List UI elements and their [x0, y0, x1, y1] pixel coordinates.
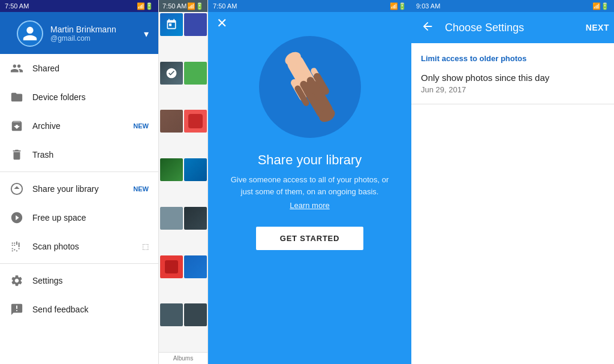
back-arrow-icon	[421, 20, 434, 33]
share-title: Share your library	[258, 152, 362, 168]
settings-option-date-value: Jun 29, 2017	[421, 85, 604, 94]
photo-cell[interactable]	[160, 110, 183, 133]
dropdown-arrow-icon[interactable]: ▾	[144, 28, 149, 40]
photo-cell[interactable]	[160, 255, 183, 278]
photo-cell[interactable]	[184, 13, 207, 36]
get-started-button[interactable]: GET STARTED	[256, 227, 364, 250]
back-button[interactable]	[416, 15, 439, 41]
sidebar-item-share-library[interactable]: Share your library NEW	[0, 175, 158, 203]
learn-more-link[interactable]: Learn more	[290, 201, 329, 210]
profile-info: Martin Brinkmann @gmail.com	[50, 25, 137, 43]
settings-panel: 9:03 AM 📶🔋 Choose Settings NEXT Limit ac…	[411, 0, 614, 364]
photo-cell[interactable]	[160, 62, 183, 85]
sidebar-item-archive[interactable]: Archive NEW	[0, 112, 158, 140]
status-time-mid: 7:50 AM	[162, 2, 186, 10]
photo-thumbnail	[165, 260, 178, 273]
status-bar-left: 7:50 AM 📶🔋	[0, 0, 158, 12]
sidebar-item-settings[interactable]: Settings	[0, 266, 158, 295]
archive-icon	[10, 119, 24, 133]
sidebar-item-free-space-label: Free up space	[32, 213, 149, 222]
sidebar-item-shared[interactable]: Shared	[0, 54, 158, 83]
status-time-left: 7:50 AM	[5, 2, 29, 10]
settings-section-title: Limit access to older photos	[411, 43, 614, 67]
folder-icon	[10, 90, 24, 104]
profile-header[interactable]: Martin Brinkmann @gmail.com ▾	[0, 12, 158, 54]
sidebar-item-archive-label: Archive	[32, 121, 122, 131]
person-icon	[22, 25, 38, 42]
settings-option-date: Only show photos since this day Jun 29, …	[411, 67, 614, 104]
status-icons-left: 📶🔋	[137, 2, 154, 10]
photo-cell[interactable]	[184, 303, 207, 326]
photo-cell[interactable]	[160, 303, 183, 326]
share-illustration	[259, 36, 361, 138]
settings-toolbar: Choose Settings NEXT	[411, 12, 614, 43]
photo-grid	[159, 12, 207, 352]
photo-cell[interactable]	[184, 110, 207, 133]
photo-cell[interactable]	[184, 207, 207, 230]
photo-cell[interactable]	[160, 13, 183, 36]
settings-option-label: Only show photos since this day	[421, 73, 604, 83]
settings-icon	[10, 273, 24, 288]
sidebar-item-feedback[interactable]: Send feedback	[0, 295, 158, 324]
profile-name: Martin Brinkmann	[50, 25, 137, 34]
share-library-icon	[10, 182, 24, 196]
sidebar-nav: Shared Device folders Archive NEW	[0, 54, 158, 364]
albums-label: Albums	[159, 352, 207, 364]
status-bar-share: 7:50 AM 📶🔋	[208, 0, 411, 12]
sidebar-item-shared-label: Shared	[32, 64, 149, 73]
sidebar-item-trash-label: Trash	[32, 150, 149, 160]
sidebar-item-settings-label: Settings	[32, 276, 149, 285]
check-circle-icon	[165, 67, 177, 79]
sidebar-item-free-space[interactable]: Free up space	[0, 203, 158, 232]
sidebar-item-scan-photos-label: Scan photos	[32, 242, 134, 251]
people-icon	[10, 61, 24, 76]
sidebar-item-device-folders-label: Device folders	[32, 92, 149, 102]
photo-cell[interactable]	[184, 62, 207, 85]
status-bar-settings: 9:03 AM 📶🔋	[411, 0, 614, 12]
calendar-icon	[165, 19, 177, 31]
sidebar-item-feedback-label: Send feedback	[32, 305, 149, 314]
photo-cell[interactable]	[184, 158, 207, 181]
share-description: Give someone access to all of your photo…	[208, 168, 411, 197]
status-icons-mid: 📶🔋	[187, 2, 204, 10]
avatar	[17, 20, 43, 47]
share-library-panel: 7:50 AM 📶🔋 ✕	[208, 0, 411, 364]
next-button[interactable]: NEXT	[586, 23, 609, 32]
nav-divider-1	[0, 172, 158, 172]
photo-grid-panel: 7:50 AM 📶🔋 Albums	[159, 0, 208, 364]
settings-title: Choose Settings	[445, 22, 580, 34]
photo-cell[interactable]	[184, 255, 207, 278]
trash-icon	[10, 148, 24, 162]
status-time-settings: 9:03 AM	[416, 2, 440, 10]
scan-photos-external-icon: ⬚	[142, 242, 149, 251]
scan-icon	[10, 239, 24, 254]
photo-cell[interactable]	[160, 158, 183, 181]
status-time-share: 7:50 AM	[213, 2, 237, 10]
share-library-badge: NEW	[133, 185, 149, 192]
hands-illustration	[262, 39, 358, 135]
status-bar-mid: 7:50 AM 📶🔋	[159, 0, 207, 12]
status-icons-share: 📶🔋	[390, 2, 407, 10]
archive-badge: NEW	[133, 122, 149, 130]
sidebar-item-share-library-label: Share your library	[32, 184, 122, 194]
sidebar-item-trash[interactable]: Trash	[0, 140, 158, 169]
free-space-icon	[10, 210, 24, 225]
close-button[interactable]: ✕	[216, 17, 227, 30]
status-icons-settings: 📶🔋	[592, 2, 609, 10]
nav-divider-2	[0, 263, 158, 264]
photo-thumbnail	[188, 114, 203, 128]
sidebar-panel: 7:50 AM 📶🔋 Martin Brinkmann @gmail.com ▾…	[0, 0, 159, 364]
sidebar-item-device-folders[interactable]: Device folders	[0, 83, 158, 112]
feedback-icon	[10, 302, 24, 317]
sidebar-item-scan-photos[interactable]: Scan photos ⬚	[0, 232, 158, 261]
profile-email: @gmail.com	[50, 34, 137, 43]
photo-cell[interactable]	[160, 207, 183, 230]
